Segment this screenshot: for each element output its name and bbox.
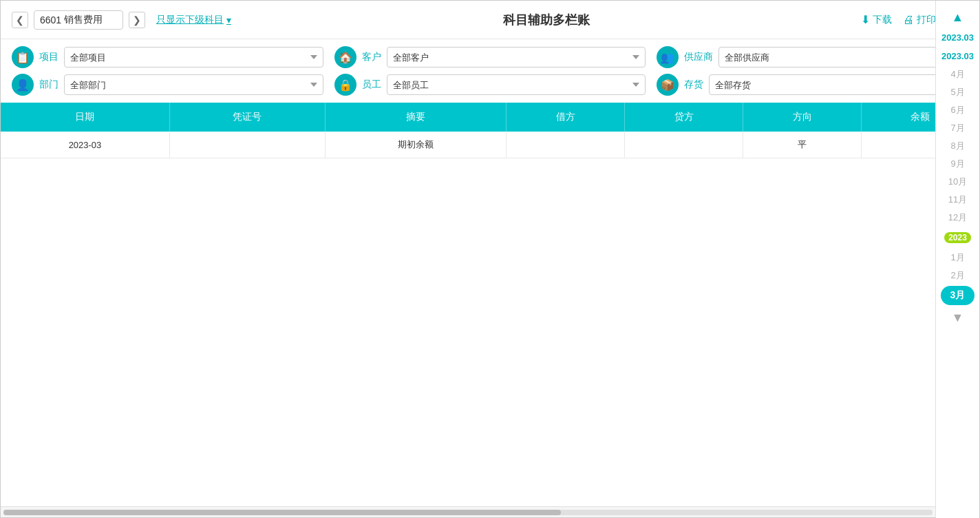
- period-top-2[interactable]: 2023.03: [936, 47, 979, 65]
- month-5[interactable]: 5月: [936, 83, 979, 101]
- filter-bar: 📋 项目 全部项目 🏠 客户 全部客户 👥 供应商 全部供应商 👤 部门 全: [1, 39, 979, 103]
- account-code-box: 6601 销售费用: [34, 10, 123, 30]
- bottom-scrollbar: [1, 506, 935, 517]
- col-voucher: 凭证号: [169, 103, 325, 132]
- month-6[interactable]: 6月: [936, 101, 979, 119]
- month-3-selected[interactable]: 3月: [941, 286, 975, 305]
- scroll-track[interactable]: [3, 510, 933, 515]
- scroll-thumb: [3, 510, 561, 515]
- month-12[interactable]: 12月: [936, 209, 979, 227]
- cell-summary: 期初余额: [325, 132, 507, 158]
- cell-date: 2023-03: [1, 132, 169, 158]
- employee-label: 员工: [362, 79, 381, 91]
- col-direction: 方向: [743, 103, 862, 132]
- month-7[interactable]: 7月: [936, 119, 979, 137]
- period-down-arrow[interactable]: ▼: [947, 307, 969, 329]
- print-icon: 🖨: [903, 14, 914, 26]
- prev-account-btn[interactable]: ❮: [12, 12, 28, 28]
- supplier-icon: 👥: [657, 46, 679, 68]
- col-credit: 贷方: [625, 103, 743, 132]
- cell-debit: [507, 132, 625, 158]
- bottom-scrollbar-wrapper: [1, 506, 935, 517]
- show-sub-btn[interactable]: 只显示下级科目 ▾: [156, 14, 231, 26]
- inventory-icon: 📦: [657, 74, 679, 96]
- customer-icon: 🏠: [334, 46, 356, 68]
- filter-project: 📋 项目 全部项目: [12, 46, 323, 68]
- table-header-row: 日期 凭证号 摘要 借方 贷方 方向 余额: [1, 103, 979, 132]
- dept-label: 部门: [39, 79, 58, 91]
- employee-select[interactable]: 全部员工: [387, 74, 646, 95]
- show-sub-label: 只显示下级科目: [156, 14, 224, 26]
- top-bar: ❮ 6601 销售费用 ❯ 只显示下级科目 ▾ 科目辅助多栏账 ⬇ 下载 🖨 打…: [1, 1, 979, 39]
- account-code: 6601: [40, 14, 61, 25]
- customer-select[interactable]: 全部客户: [387, 47, 646, 68]
- next-account-btn[interactable]: ❯: [129, 12, 145, 28]
- col-debit: 借方: [507, 103, 625, 132]
- filter-employee: 🔒 员工 全部员工: [334, 74, 646, 96]
- supplier-label: 供应商: [684, 51, 713, 63]
- inventory-select[interactable]: 全部存货: [709, 74, 968, 95]
- chevron-down-icon: ▾: [226, 14, 231, 25]
- dept-icon: 👤: [12, 74, 34, 96]
- cell-voucher: [169, 132, 325, 158]
- table-row: 2023-03 期初余额 平: [1, 132, 979, 158]
- main-window: ❮ 6601 销售费用 ❯ 只显示下级科目 ▾ 科目辅助多栏账 ⬇ 下载 🖨 打…: [0, 0, 980, 518]
- dept-select[interactable]: 全部部门: [64, 74, 323, 95]
- cell-direction: 平: [743, 132, 862, 158]
- period-top-1[interactable]: 2023.03: [936, 28, 979, 47]
- employee-icon: 🔒: [334, 74, 356, 96]
- month-10[interactable]: 10月: [936, 173, 979, 191]
- inventory-label: 存货: [684, 79, 703, 91]
- month-9[interactable]: 9月: [936, 155, 979, 173]
- filter-customer: 🏠 客户 全部客户: [334, 46, 646, 68]
- right-panel: ▲ 2023.03 2023.03 4月 5月 6月 7月 8月 9月 10月 …: [935, 1, 979, 518]
- main-table: 日期 凭证号 摘要 借方 贷方 方向 余额 2023-03 期初余额: [1, 103, 979, 158]
- month-4[interactable]: 4月: [936, 65, 979, 83]
- filter-supplier: 👥 供应商 全部供应商: [657, 46, 968, 68]
- customer-label: 客户: [362, 51, 381, 63]
- download-icon: ⬇: [861, 13, 870, 26]
- month-2[interactable]: 2月: [936, 267, 979, 284]
- year-badge: 2023: [944, 232, 971, 243]
- col-date: 日期: [1, 103, 169, 132]
- supplier-select[interactable]: 全部供应商: [718, 47, 968, 68]
- project-select[interactable]: 全部项目: [64, 47, 323, 68]
- page-title: 科目辅助多栏账: [231, 12, 861, 28]
- filter-inventory: 📦 存货 全部存货: [657, 74, 968, 96]
- month-11[interactable]: 11月: [936, 191, 979, 209]
- period-up-arrow[interactable]: ▲: [947, 6, 969, 28]
- month-8[interactable]: 8月: [936, 137, 979, 155]
- table-area: 日期 凭证号 摘要 借方 贷方 方向 余额 2023-03 期初余额: [1, 103, 979, 518]
- account-name: 销售费用: [64, 14, 103, 26]
- project-label: 项目: [39, 51, 58, 63]
- filter-dept: 👤 部门 全部部门: [12, 74, 323, 96]
- month-1[interactable]: 1月: [936, 249, 979, 267]
- project-icon: 📋: [12, 46, 34, 68]
- print-btn[interactable]: 🖨 打印: [903, 14, 936, 26]
- col-summary: 摘要: [325, 103, 507, 132]
- cell-credit: [625, 132, 743, 158]
- download-btn[interactable]: ⬇ 下载: [861, 13, 892, 26]
